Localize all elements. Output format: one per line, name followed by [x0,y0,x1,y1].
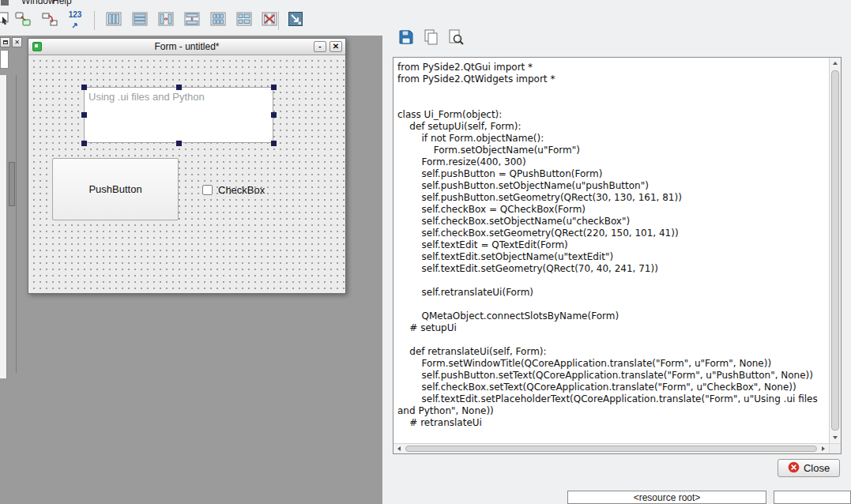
layout-horizontal-button[interactable] [104,9,124,30]
layout-form-button[interactable] [234,9,254,30]
break-layout-button[interactable] [259,9,280,30]
form-canvas[interactable]: Using .ui files and Python PushButton Ch… [28,55,345,293]
layout-vertical-button[interactable] [130,9,150,30]
edit-buddies-button[interactable] [40,9,60,30]
selection-handle[interactable] [176,85,182,90]
form-window-title: Form - untitled* [28,41,345,52]
copy-button[interactable] [420,28,441,48]
selection-handle[interactable] [176,141,182,146]
menubar: Window Help [0,0,851,7]
close-icon [788,461,800,476]
toolbar-separator [94,11,95,30]
edit-tab-order-button[interactable]: 123 [65,9,85,30]
code-area[interactable]: from PySide2.QtGui import * from PySide2… [393,57,842,454]
splitter-vertical-icon [183,10,201,30]
textedit-widget[interactable]: Using .ui files and Python [84,87,273,143]
edit-buddies-icon [41,10,58,30]
find-button[interactable] [446,28,466,48]
checkbox-indicator[interactable] [202,185,213,195]
form-window-titlebar[interactable]: Form - untitled* - ✕ [28,39,345,55]
horizontal-scrollbar-thumb[interactable] [405,446,817,452]
save-icon [397,28,415,48]
layout-vertical-icon [131,10,149,30]
save-button[interactable] [396,28,416,48]
qt-designer-screen: Window Help 123 [0,0,851,504]
form-close-button[interactable]: ✕ [329,41,342,52]
selection-handle[interactable] [271,85,277,90]
close-button[interactable]: Close [778,459,840,477]
splitter-horizontal-button[interactable] [156,9,176,30]
dock-close-button[interactable]: ✕ [12,37,22,47]
selection-handle[interactable] [81,141,87,146]
dock-float-icon [3,40,8,44]
find-icon [447,28,465,48]
main-toolbar: 123 [0,8,382,35]
selection-handle[interactable] [271,112,277,118]
scrollbar-corner [829,443,841,453]
pushbutton-widget[interactable]: PushButton [52,158,179,220]
menu-fragment-icon [1,0,9,6]
dock-float-button[interactable] [0,37,10,47]
scroll-right-icon[interactable] [818,444,829,453]
vertical-scrollbar[interactable] [829,58,841,443]
dock-panel-fragment [0,75,7,378]
code-text: from PySide2.QtGui import * from PySide2… [397,62,829,441]
layout-horizontal-icon [105,10,122,30]
menu-help[interactable]: Help [52,0,72,6]
form-window-icon [32,42,42,51]
layout-form-icon [235,10,253,30]
selection-handle[interactable] [271,141,277,146]
checkbox-widget[interactable]: CheckBox [202,174,282,206]
horizontal-scrollbar[interactable] [393,443,829,453]
edit-signals-slots-button[interactable] [13,9,33,30]
selection-handle[interactable] [81,85,87,90]
resource-root-row[interactable]: <resource root> [567,491,766,504]
vertical-scrollbar-thumb[interactable] [831,70,839,431]
checkbox-label: CheckBox [218,184,265,196]
code-preview-dialog: from PySide2.QtGui import * from PySide2… [382,11,851,487]
dock-filter-field-fragment[interactable] [0,50,9,69]
layout-grid-button[interactable] [208,9,228,30]
splitter-horizontal-icon [157,10,175,30]
edit-widgets-icon [0,10,11,30]
selection-handle[interactable] [81,112,87,118]
splitter-vertical-button[interactable] [182,9,202,30]
form-minimize-button[interactable]: - [314,41,326,52]
dock-titlebar-buttons: ✕ [0,37,22,47]
edit-tab-order-icon: 123 [65,8,85,32]
edit-signals-slots-icon [14,10,32,30]
designer-form-window: Form - untitled* - ✕ Using .ui files and… [28,38,346,294]
break-layout-icon [261,10,278,30]
textedit-placeholder: Using .ui files and Python [88,91,205,103]
dock-scrollbar-thumb[interactable] [9,162,15,206]
scroll-down-icon[interactable] [830,432,841,443]
adjust-size-icon [287,10,304,30]
layout-grid-icon [209,10,227,30]
resource-panel-fragment [774,491,851,504]
scroll-left-icon[interactable] [393,444,405,453]
resource-root-label: <resource root> [634,492,701,503]
edit-widgets-button[interactable] [0,9,13,30]
adjust-size-button[interactable] [285,9,306,30]
toolbar-separator [278,11,279,30]
copy-icon [422,28,439,48]
dock-panel-border [16,75,17,373]
menu-window[interactable]: Window [21,0,55,6]
scroll-up-icon[interactable] [830,58,841,69]
close-button-label: Close [804,462,830,474]
